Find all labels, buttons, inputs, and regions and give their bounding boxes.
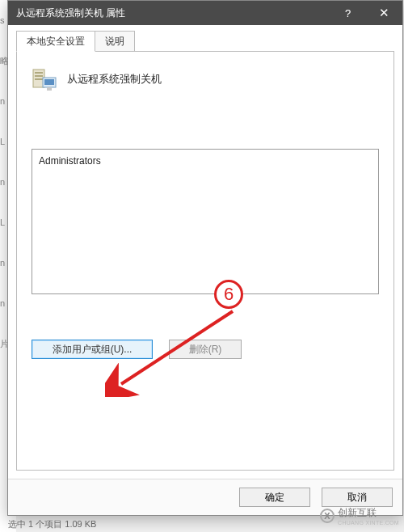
policy-icon (32, 66, 57, 92)
properties-dialog: 从远程系统强制关机 属性 ? ✕ 本地安全设置 说明 (7, 0, 403, 516)
policy-header: 从远程系统强制关机 (32, 66, 379, 92)
svg-rect-6 (47, 87, 52, 91)
tab-explain[interactable]: 说明 (95, 31, 135, 51)
ok-button[interactable]: 确定 (239, 488, 310, 507)
add-user-or-group-button[interactable]: 添加用户或组(U)... (32, 340, 153, 359)
tab-panel-security: 从远程系统强制关机 Administrators 添加用户或组(U)... 删除… (16, 51, 394, 471)
help-icon[interactable]: ? (330, 1, 366, 25)
list-item[interactable]: Administrators (39, 154, 372, 167)
dialog-body: 本地安全设置 说明 从远程系统强制关机 (8, 25, 402, 479)
titlebar[interactable]: 从远程系统强制关机 属性 ? ✕ (8, 1, 402, 25)
svg-rect-3 (35, 78, 43, 80)
user-list[interactable]: Administrators (32, 149, 379, 294)
window-title: 从远程系统强制关机 属性 (16, 6, 125, 20)
tab-strip: 本地安全设置 说明 (16, 32, 394, 51)
status-bar-text: 选中 1 个项目 1.09 KB (8, 518, 96, 530)
watermark: X 创新互联 CHUANG XINTE.COM (320, 506, 399, 526)
svg-rect-2 (35, 75, 43, 77)
watermark-brand: 创新互联 (338, 506, 399, 520)
cancel-button[interactable]: 取消 (322, 488, 393, 507)
svg-rect-5 (44, 79, 54, 85)
watermark-logo-icon: X (320, 509, 335, 523)
policy-title: 从远程系统强制关机 (67, 72, 162, 87)
remove-button[interactable]: 删除(R) (169, 340, 242, 359)
svg-rect-1 (35, 72, 43, 74)
tab-local-security[interactable]: 本地安全设置 (16, 31, 95, 52)
watermark-sub: CHUANG XINTE.COM (338, 520, 399, 526)
list-buttons-row: 添加用户或组(U)... 删除(R) (32, 340, 379, 359)
close-icon[interactable]: ✕ (366, 1, 402, 25)
